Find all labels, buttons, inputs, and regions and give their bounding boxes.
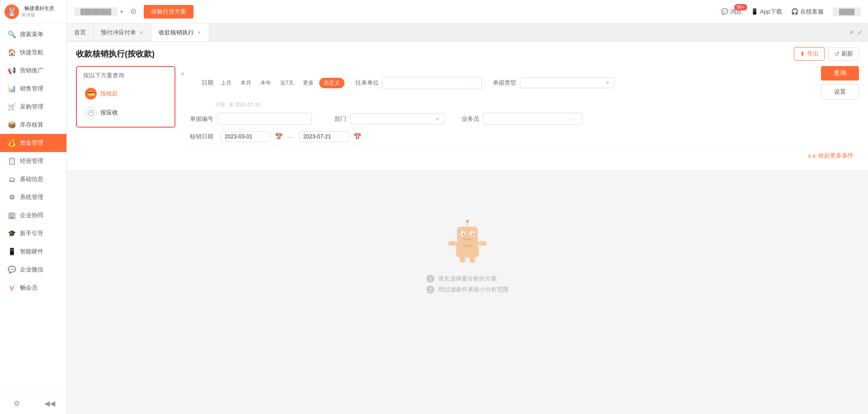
topbar-gear-icon[interactable]: ⚙ xyxy=(130,7,137,16)
sidebar-item-operations[interactable]: 📋 经营管理 xyxy=(0,152,66,170)
filter-row-3: 核销日期 📅 — 📅 xyxy=(188,131,859,142)
brand-sub: 标准版 xyxy=(22,12,54,18)
verify-date-end-input[interactable] xyxy=(299,131,349,142)
tab-receipts[interactable]: 收款核销执行 × xyxy=(151,24,209,41)
date-to-text: 至 2023-07-26 xyxy=(229,101,260,108)
right-button-column: 查询 设置 xyxy=(821,66,859,100)
export-button[interactable]: ⬆ 导出 xyxy=(794,47,825,61)
sidebar-item-marketing[interactable]: 📢 营销推广 xyxy=(0,62,66,80)
topbar-brand: ████████ ▾ xyxy=(74,7,123,16)
partner-input[interactable]: ··· xyxy=(382,77,482,89)
prepay-tab-close[interactable]: × xyxy=(139,29,144,37)
sidebar-item-label: 搜索菜单 xyxy=(20,30,43,38)
topbar-brand-text: ████████ xyxy=(74,7,118,16)
filter-row-1-group: 日期 上月 本月 本年 近7天 更多 自定义 xyxy=(188,77,812,89)
empty-hints: 1 请先选择要分析的方案 2 用过滤条件来缩小分析范围 xyxy=(426,275,509,294)
page-top-actions: ⬆ 导出 ↺ 刷新 xyxy=(794,47,859,61)
empty-illustration xyxy=(443,218,492,267)
svg-rect-10 xyxy=(479,241,487,246)
query-button[interactable]: 查询 xyxy=(821,66,859,81)
sidebar-item-label: 企业微信 xyxy=(20,266,43,274)
verify-date-start-input[interactable] xyxy=(221,131,270,142)
sidebar-item-enterprise[interactable]: 🏢 企业协同 xyxy=(0,206,66,224)
topbar-chevron-icon[interactable]: ▾ xyxy=(120,9,123,15)
system-icon: ⚙ xyxy=(7,193,16,202)
page-title: 收款核销执行(按收款) xyxy=(76,48,155,59)
verify-date-end-calendar-icon[interactable]: 📅 xyxy=(354,133,361,140)
sidebar-item-hardware[interactable]: 📱 智能硬件 xyxy=(0,243,66,261)
online-service-label: 在线客服 xyxy=(800,8,824,16)
basic-info-icon: 🗂 xyxy=(7,175,16,184)
sidebar-item-label: 销售管理 xyxy=(20,85,43,93)
empty-hint-1: 1 请先选择要分析的方案 xyxy=(426,275,509,283)
date-btn-7days[interactable]: 近7天 xyxy=(277,78,298,88)
receivable-icon: 🕐 xyxy=(85,107,97,119)
filter-form-area: 日期 上月 本月 本年 近7天 更多 自定义 xyxy=(188,66,859,164)
sidebar-item-vip[interactable]: V 畅会员 xyxy=(0,279,66,297)
sidebar-item-sales[interactable]: 📊 销售管理 xyxy=(0,80,66,98)
headset-icon: 🎧 xyxy=(791,8,798,15)
filter-option-receivable-label: 按应收 xyxy=(100,109,118,117)
filter-option-by-receivable[interactable]: 🕐 按应收 xyxy=(81,103,170,122)
staff-input[interactable]: ··· xyxy=(483,113,582,125)
doc-type-select[interactable]: ▼ xyxy=(520,77,615,88)
sidebar-item-basic-info[interactable]: 🗂 基础信息 xyxy=(0,170,66,188)
industry-solution-button[interactable]: 体验行业方案 xyxy=(144,5,193,19)
filter-row-2: 单据编号 部门 ▼ 业务员 xyxy=(188,113,859,125)
filter-option-by-receipt[interactable]: 💳 按收款 xyxy=(81,84,170,103)
partner-ellipsis[interactable]: ··· xyxy=(470,80,477,86)
filter-container: 按以下方案查询 💳 按收款 🕐 按应收 « xyxy=(76,61,859,170)
sidebar-item-system[interactable]: ⚙ 系统管理 xyxy=(0,188,66,206)
topbar-messages[interactable]: 💬 消息 99+ xyxy=(721,8,742,16)
topbar-app-download[interactable]: 📱 App下载 xyxy=(751,8,782,16)
more-conditions-button[interactable]: ∧∧ 收起更多条件 xyxy=(802,150,859,162)
receipts-tab-close[interactable]: × xyxy=(197,29,202,37)
date-btn-last-month[interactable]: 上月 xyxy=(217,78,235,88)
verify-date-label: 核销日期 xyxy=(188,133,213,141)
filter-row-1: 日期 上月 本月 本年 近7天 更多 自定义 xyxy=(188,66,859,100)
collapse-panel-button[interactable]: « xyxy=(181,66,184,77)
settings-button[interactable]: 设置 xyxy=(821,84,859,100)
sidebar-item-guide[interactable]: 🎓 新手引导 xyxy=(0,224,66,243)
tab-home[interactable]: 首页 xyxy=(67,24,94,41)
svg-point-14 xyxy=(466,244,469,247)
partner-field-group: 往来单位 ··· xyxy=(354,77,482,89)
wechat-icon: 💬 xyxy=(7,265,16,274)
dept-label: 部门 xyxy=(321,115,346,123)
sidebar-item-label: 营销推广 xyxy=(20,67,43,75)
refresh-button[interactable]: ↺ 刷新 xyxy=(828,47,859,61)
messages-badge: 99+ xyxy=(734,4,747,10)
export-label: 导出 xyxy=(807,50,819,58)
purchase-icon: 🛒 xyxy=(7,102,16,111)
tab-prepay[interactable]: 预付冲应付单 × xyxy=(94,24,151,41)
sidebar-item-wechat[interactable]: 💬 企业微信 xyxy=(0,261,66,279)
staff-ellipsis[interactable]: ··· xyxy=(570,115,577,122)
doc-type-label: 单据类型 xyxy=(491,79,516,87)
sidebar-collapse-icon[interactable]: ◀◀ xyxy=(42,396,57,410)
sidebar-item-label: 系统管理 xyxy=(20,193,43,201)
doc-num-input[interactable] xyxy=(217,113,312,125)
empty-hint-2: 2 用过滤条件来缩小分析范围 xyxy=(426,286,509,294)
date-btn-more[interactable]: 更多 xyxy=(299,78,317,88)
sidebar-item-quick-nav[interactable]: 🏠 快捷导航 xyxy=(0,43,66,62)
verify-date-start-calendar-icon[interactable]: 📅 xyxy=(275,133,283,140)
main-area: ████████ ▾ ⚙ 体验行业方案 💬 消息 99+ 📱 App下载 🎧 在… xyxy=(67,0,868,414)
sidebar-item-label: 基础信息 xyxy=(20,175,43,183)
sidebar-item-finance[interactable]: 💰 资金管理 xyxy=(0,134,66,152)
svg-point-15 xyxy=(469,244,472,247)
date-btn-this-year[interactable]: 本年 xyxy=(257,78,275,88)
sidebar-item-purchase[interactable]: 🛒 采购管理 xyxy=(0,98,66,116)
sidebar-settings-icon[interactable]: ⚙ xyxy=(9,396,24,410)
topbar-online-service[interactable]: 🎧 在线客服 xyxy=(791,8,824,16)
sidebar-item-search[interactable]: 🔍 搜索菜单 xyxy=(0,25,66,43)
message-icon: 💬 xyxy=(721,8,728,15)
tab-close-all-icon[interactable]: × xyxy=(849,29,854,37)
date-custom-tag[interactable]: 自定义 xyxy=(319,78,344,88)
sidebar-item-inventory[interactable]: 📦 库存核算 xyxy=(0,116,66,134)
hint-text-1: 请先选择要分析的方案 xyxy=(438,275,497,283)
marketing-icon: 📢 xyxy=(7,66,16,75)
tab-fullscreen-icon[interactable]: ⤢ xyxy=(857,29,863,36)
date-btn-this-month[interactable]: 本月 xyxy=(237,78,255,88)
dept-select[interactable]: ▼ xyxy=(350,114,445,124)
main-filter-area: 按以下方案查询 💳 按收款 🕐 按应收 « xyxy=(67,61,868,170)
